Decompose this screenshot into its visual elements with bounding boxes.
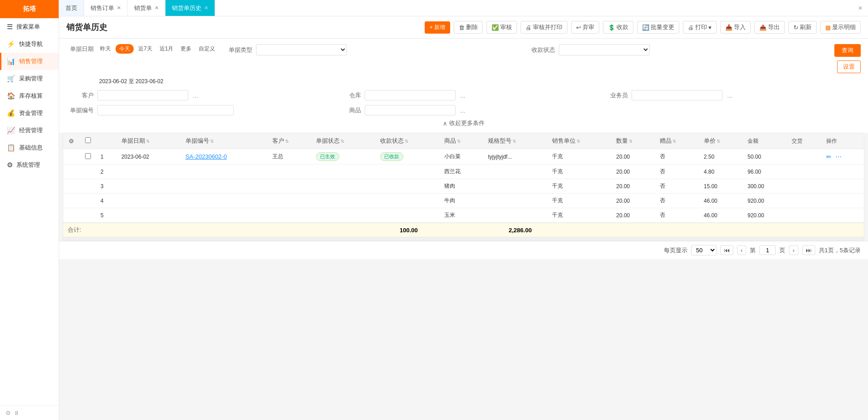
review-print-button[interactable]: 🖨 审核并打印 <box>521 21 567 34</box>
table-footer: 合计: 100.00 2,286.00 <box>63 223 864 237</box>
payment-status-select[interactable] <box>559 44 650 55</box>
th-unit-price[interactable]: 单价 ⇅ <box>699 133 743 149</box>
page-last-button[interactable]: ⏭ <box>802 245 815 255</box>
doc-no-link[interactable]: SA-20230602-0 <box>186 153 227 160</box>
tab-sales-history[interactable]: 销货单历史 ✕ <box>166 0 215 16</box>
th-payment-status[interactable]: 收款状态 ⇅ <box>376 133 440 149</box>
cell-transaction <box>787 208 822 223</box>
print-button[interactable]: 🖨 打印 ▾ <box>683 21 717 34</box>
qty-sort-icon[interactable]: ⇅ <box>629 139 632 144</box>
tab-close-sales-delivery[interactable]: ✕ <box>155 5 159 11</box>
per-page-select[interactable]: 50 100 200 <box>691 245 717 255</box>
product-sort-icon[interactable]: ⇅ <box>457 139 461 144</box>
th-unit[interactable]: 销售单位 ⇅ <box>547 133 612 149</box>
query-button[interactable]: 查询 <box>834 44 861 57</box>
abandon-button[interactable]: ↩ 弃审 <box>571 21 599 34</box>
row-checkbox[interactable] <box>85 153 91 159</box>
spec-sort-icon[interactable]: ⇅ <box>512 139 516 144</box>
cell-checkbox[interactable] <box>80 179 96 194</box>
sidebar-item-purchase-mgmt[interactable]: 🛒 采购管理 <box>0 70 59 87</box>
th-spec[interactable]: 规格型号 ⇅ <box>483 133 547 149</box>
refresh-button[interactable]: ↻ 刷新 <box>788 21 817 34</box>
unit-sort-icon[interactable]: ⇅ <box>577 139 580 144</box>
th-gift[interactable]: 赠品 ⇅ <box>655 133 699 149</box>
sidebar-collapse-icon[interactable]: ⏸ <box>14 410 20 416</box>
doc-type-select[interactable] <box>256 44 347 55</box>
unit-price-sort-icon[interactable]: ⇅ <box>717 139 720 144</box>
delete-button[interactable]: 🗑 删除 <box>454 21 483 34</box>
warehouse-dots-btn[interactable]: ... <box>460 92 466 99</box>
tab-close-sales-order[interactable]: ✕ <box>117 5 121 11</box>
edit-action-icon[interactable]: ✏ <box>826 153 832 160</box>
th-checkbox[interactable] <box>80 133 96 149</box>
collect-button[interactable]: 💲 收款 <box>603 21 633 34</box>
sidebar-item-inventory[interactable]: 🏠 库存核算 <box>0 87 59 105</box>
show-detail-button[interactable]: ▦ 显示明细 <box>820 21 861 34</box>
date-tab-yesterday[interactable]: 昨天 <box>97 44 114 54</box>
export-button[interactable]: 📤 导出 <box>754 21 785 34</box>
th-date[interactable]: 单据日期 ⇅ <box>117 133 181 149</box>
per-page-label: 每页显示 <box>664 246 687 255</box>
page-prev-button[interactable]: ‹ <box>737 245 746 255</box>
customer-sort-icon[interactable]: ⇅ <box>285 139 289 144</box>
settings-gear-icon[interactable]: ⚙ <box>69 138 74 145</box>
cell-customer <box>268 179 311 194</box>
date-tab-today[interactable]: 今天 <box>115 44 134 54</box>
sidebar-item-sales-mgmt[interactable]: 📊 销售管理 <box>0 53 59 70</box>
table-header-row: ⚙ 单据日期 ⇅ <box>63 133 864 149</box>
more-action-icon[interactable]: ⋯ <box>835 153 842 160</box>
sidebar-item-finance[interactable]: 💰 资金管理 <box>0 105 59 122</box>
sidebar-item-search-menu[interactable]: ☰ 搜索菜单 <box>0 18 59 35</box>
sidebar-item-operations[interactable]: 📈 经营管理 <box>0 122 59 139</box>
tab-close-sales-history[interactable]: ✕ <box>204 5 208 11</box>
date-tab-7days[interactable]: 近7天 <box>135 44 155 54</box>
sidebar-item-system-mgmt[interactable]: ⚙ 系统管理 <box>0 156 59 174</box>
customer-dots-btn[interactable]: ... <box>193 92 198 99</box>
doc-no-input[interactable] <box>97 105 234 115</box>
payment-status-sort-icon[interactable]: ⇅ <box>405 139 408 144</box>
gift-sort-icon[interactable]: ⇅ <box>672 139 676 144</box>
th-doc-status[interactable]: 单据状态 ⇅ <box>311 133 376 149</box>
tab-sales-delivery[interactable]: 销货单 ✕ <box>128 0 166 16</box>
th-customer[interactable]: 客户 ⇅ <box>268 133 311 149</box>
cell-checkbox[interactable] <box>80 208 96 223</box>
set-button[interactable]: 设置 <box>837 60 861 73</box>
doc-no-sort-icon[interactable]: ⇅ <box>210 139 214 144</box>
tab-home[interactable]: 首页 <box>59 0 84 16</box>
product-input[interactable] <box>365 105 456 115</box>
customer-input[interactable] <box>97 90 188 100</box>
date-tab-1month[interactable]: 近1月 <box>157 44 176 54</box>
close-all-tabs[interactable]: ✕ <box>853 5 868 11</box>
salesperson-input[interactable] <box>632 90 722 100</box>
salesperson-dots-btn[interactable]: ... <box>727 92 733 99</box>
date-tab-custom[interactable]: 自定义 <box>196 44 218 54</box>
cell-checkbox[interactable] <box>80 149 96 165</box>
review-button[interactable]: ✅ 审核 <box>487 21 517 34</box>
horizontal-scrollbar[interactable] <box>63 237 864 240</box>
date-sort-icon[interactable]: ⇅ <box>146 139 150 144</box>
tab-sales-order[interactable]: 销售订单 ✕ <box>84 0 128 16</box>
sidebar-gear-icon[interactable]: ⚙ <box>5 410 11 416</box>
date-tab-more[interactable]: 更多 <box>178 44 194 54</box>
cell-checkbox[interactable] <box>80 165 96 179</box>
th-qty[interactable]: 数量 ⇅ <box>612 133 655 149</box>
collapse-button[interactable]: ∧ 收起更多条件 <box>66 119 861 127</box>
select-all-checkbox[interactable] <box>85 137 91 143</box>
new-button[interactable]: + 新增 <box>425 21 450 34</box>
batch-change-button[interactable]: 🔄 批量变更 <box>637 21 679 34</box>
cell-payment-status <box>376 208 440 223</box>
doc-status-sort-icon[interactable]: ⇅ <box>341 139 344 144</box>
product-dots-btn[interactable]: ... <box>460 107 466 114</box>
batch-change-icon: 🔄 <box>642 24 649 31</box>
th-product[interactable]: 商品 ⇅ <box>440 133 483 149</box>
page-next-button[interactable]: › <box>789 245 798 255</box>
page-first-button[interactable]: ⏮ <box>720 245 733 255</box>
warehouse-input[interactable] <box>365 90 456 100</box>
cell-checkbox[interactable] <box>80 194 96 208</box>
import-button[interactable]: 📥 导入 <box>720 21 751 34</box>
page-input[interactable] <box>759 245 776 255</box>
sidebar-item-basic-info[interactable]: 📋 基础信息 <box>0 139 59 156</box>
th-doc-no[interactable]: 单据编号 ⇅ <box>181 133 268 149</box>
th-settings[interactable]: ⚙ <box>63 133 80 149</box>
sidebar-item-quick-nav[interactable]: ⚡ 快捷导航 <box>0 35 59 53</box>
